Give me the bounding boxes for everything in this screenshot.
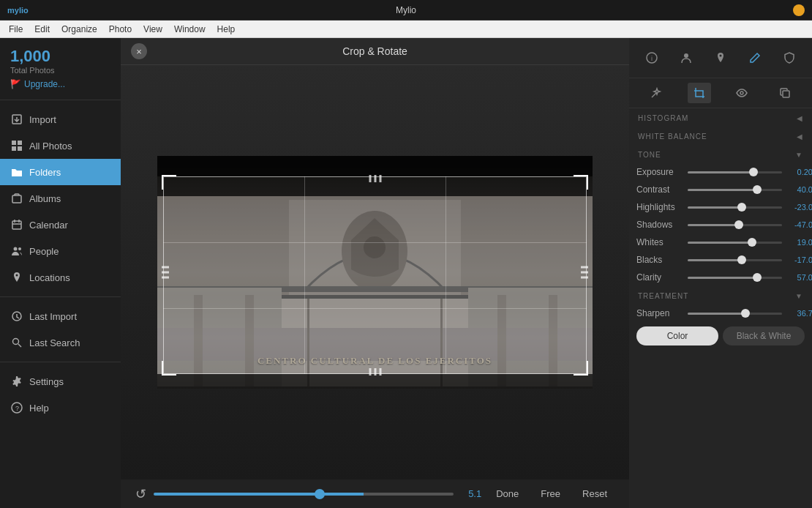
clarity-value: 57.0 [788,273,812,282]
settings-icon [10,375,23,388]
adjust-tab-crop[interactable] [688,83,711,103]
upgrade-link[interactable]: 🚩 Upgrade... [10,79,110,89]
sidebar-item-folders[interactable]: Folders [0,159,121,185]
shield-panel-button[interactable] [777,45,802,70]
person-panel-button[interactable] [674,45,699,70]
sidebar-item-last-import[interactable]: Last Import [0,303,121,329]
tone-toggle[interactable]: ▼ [795,151,803,159]
sharpen-row: Sharpen 36.7 [629,305,812,322]
crop-mask-bottom [157,374,593,389]
blacks-row: Blacks -17.0 [629,251,812,269]
sharpen-slider[interactable] [688,313,782,315]
contrast-slider[interactable] [688,189,782,191]
photo-wrapper[interactable]: CENTRO CULTURAL DE LOS EJERCITOS [157,156,593,389]
rotate-icon[interactable]: ↺ [135,486,146,502]
svg-point-12 [18,247,21,250]
grid-line-v1 [304,176,305,374]
sidebar-item-last-search[interactable]: Last Search [0,329,121,356]
menu-photo[interactable]: Photo [103,20,138,37]
sharpen-value: 36.7 [788,309,812,318]
calendar-icon [10,218,23,231]
svg-rect-5 [18,146,22,151]
white-balance-section-header: WHITE BALANCE ◀ [629,127,812,145]
bw-button[interactable]: Black & White [723,326,805,345]
blacks-slider[interactable] [688,259,782,261]
sidebar-item-people[interactable]: People [0,238,121,264]
sidebar-item-import[interactable]: Import [0,106,121,132]
menu-window[interactable]: Window [168,20,211,37]
title-bar: mylio Mylio [0,0,812,20]
shadows-row: Shadows -47.0 [629,216,812,234]
color-button[interactable]: Color [636,326,718,345]
sidebar-item-albums[interactable]: Albums [0,185,121,212]
sidebar-item-help[interactable]: ? Help [0,395,121,421]
exposure-row: Exposure 0.20 [629,163,812,181]
whites-slider[interactable] [688,242,782,244]
white-balance-toggle[interactable]: ◀ [797,132,803,141]
sidebar-item-settings[interactable]: Settings [0,368,121,395]
contrast-value: 40.0 [788,185,812,194]
shadows-slider[interactable] [688,224,782,226]
menu-file[interactable]: File [3,20,29,37]
crop-close-button[interactable]: × [131,43,147,59]
reset-button[interactable]: Reset [575,485,614,502]
crop-handle-middle-right[interactable] [581,266,588,279]
svg-point-41 [740,91,743,94]
white-balance-label: WHITE BALANCE [638,132,707,141]
app-logo: mylio [7,6,29,15]
grid-icon [10,139,23,152]
crop-handle-middle-left[interactable] [162,266,169,279]
menu-help[interactable]: Help [211,20,241,37]
treatment-toggle[interactable]: ▼ [795,292,803,300]
menu-organize[interactable]: Organize [56,20,103,37]
image-container: CENTRO CULTURAL DE LOS EJERCITOS [121,65,629,479]
sidebar-item-locations[interactable]: Locations [0,264,121,291]
sidebar-item-calendar[interactable]: Calendar [0,212,121,238]
edit-panel-button[interactable] [743,45,767,70]
crop-handle-bottom-left[interactable] [162,361,176,376]
highlights-value: -23.0 [788,203,812,212]
highlights-slider[interactable] [688,206,782,209]
photo-count: 1,000 [10,47,110,66]
crop-toolbar: ↺ 5.1 Done Free Reset [121,479,629,508]
free-button[interactable]: Free [533,485,568,502]
crop-handle-top-right[interactable] [574,175,588,190]
crop-handle-bottom-center[interactable] [369,368,381,376]
info-panel-button[interactable]: i [639,45,664,70]
svg-point-11 [14,247,18,251]
svg-rect-7 [12,221,21,229]
color-bw-row: Color Black & White [629,322,812,350]
sidebar-divider-3 [0,362,121,362]
clarity-row: Clarity 57.0 [629,269,812,286]
histogram-toggle[interactable]: ◀ [797,114,803,122]
panel-icon-row: i [629,38,812,78]
location-panel-button[interactable] [708,45,733,70]
menu-edit[interactable]: Edit [29,20,56,37]
sidebar-divider [0,100,121,100]
svg-point-39 [719,55,721,57]
adjust-tab-wand[interactable] [644,83,668,103]
crop-handle-bottom-right[interactable] [574,361,588,376]
location-icon [10,271,23,284]
sidebar-item-all-photos[interactable]: All Photos [0,132,121,159]
exposure-slider[interactable] [688,171,782,173]
crop-border [163,176,587,374]
clarity-slider[interactable] [688,277,782,279]
shadows-label: Shadows [636,220,682,230]
svg-point-13 [16,274,18,277]
adjust-tab-copy[interactable] [773,83,797,103]
crop-overlay[interactable] [157,156,593,389]
adjust-tab-eye[interactable] [730,83,753,103]
whites-label: Whites [636,237,682,247]
app-title: Mylio [396,5,416,15]
rotation-slider-wrap: 5.1 [154,488,481,499]
tone-section-header: TONE ▼ [629,145,812,163]
done-button[interactable]: Done [489,485,526,502]
rotation-slider[interactable] [154,493,454,496]
menu-view[interactable]: View [138,20,168,37]
crop-handle-top-left[interactable] [162,175,176,190]
crop-handle-top-center[interactable] [369,175,381,182]
grid-line-h2 [163,308,587,309]
last-import-icon [10,310,23,323]
svg-line-16 [18,344,21,347]
